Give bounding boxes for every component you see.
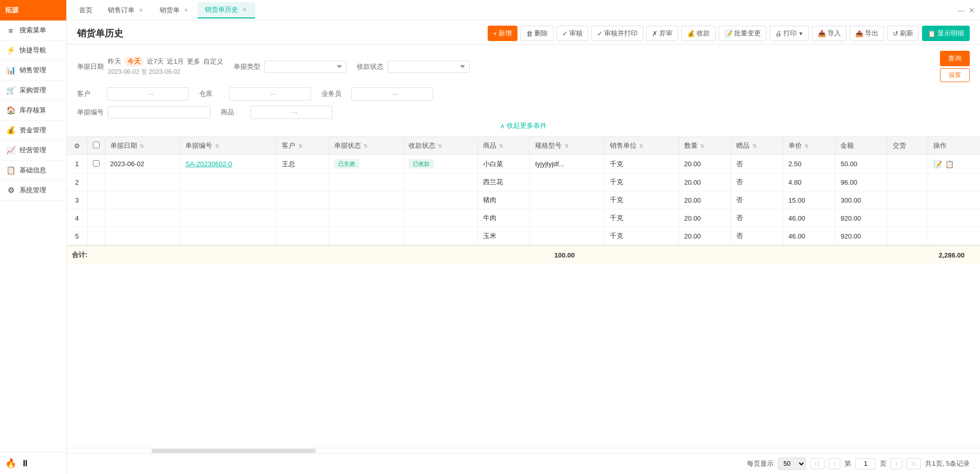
print-button[interactable]: 🖨 打印 ▼	[770, 26, 809, 41]
sidebar-item-search-menu[interactable]: ≡ 搜索菜单	[0, 21, 66, 41]
refresh-button[interactable]: ↺ 刷新	[887, 26, 919, 41]
date-shortcut-today[interactable]: 今天	[124, 56, 144, 67]
abandon-button[interactable]: ✗ 弃审	[646, 26, 678, 41]
cell-doc-no	[180, 227, 277, 245]
col-unit[interactable]: 销售单位 ⇅	[604, 137, 679, 155]
cell-action	[928, 173, 981, 191]
tab-sales-history-close[interactable]: ×	[241, 6, 248, 14]
sidebar-item-inventory-calc[interactable]: 🏠 库存核算	[0, 101, 66, 121]
per-page-select[interactable]: 50 20 100	[778, 458, 806, 470]
pay-status-sort-icon: ⇅	[438, 143, 442, 149]
row-checkbox[interactable]	[93, 160, 100, 167]
col-checkbox[interactable]	[87, 137, 105, 155]
tab-home[interactable]: 首页	[72, 3, 100, 18]
sidebar-item-label: 系统管理	[20, 186, 46, 195]
first-page-button[interactable]: ⟨⟨	[810, 458, 824, 469]
tab-sales-goods-close[interactable]: ×	[183, 6, 189, 14]
cell-checkbox[interactable]	[87, 209, 105, 227]
col-spec[interactable]: 规格型号 ⇅	[530, 137, 604, 155]
filter-salesman: 业务员 ···	[321, 87, 433, 101]
doc-date-sort-icon: ⇅	[140, 143, 144, 149]
filter-pay-status-select[interactable]	[388, 61, 470, 73]
cell-checkbox[interactable]	[87, 191, 105, 209]
col-doc-no[interactable]: 单据编号 ⇅	[180, 137, 277, 155]
filter-salesman-input[interactable]: ···	[351, 87, 433, 101]
tab-sales-goods[interactable]: 销货单 ×	[152, 3, 197, 18]
page-number-input[interactable]	[855, 458, 876, 469]
review-print-button[interactable]: ✓ 审核并打印	[591, 26, 643, 41]
sidebar-item-base-info[interactable]: 📋 基础信息	[0, 161, 66, 181]
col-settings[interactable]: ⚙	[67, 137, 87, 155]
window-close-icon[interactable]: ✕	[969, 6, 975, 14]
sidebar-item-quick-nav[interactable]: ⚡ 快捷导航	[0, 41, 66, 61]
edit-icon[interactable]: 📝	[933, 160, 942, 168]
filter-goods: 商品 ···	[221, 106, 333, 119]
import-button[interactable]: 📥 导入	[812, 26, 847, 41]
window-minimize-icon[interactable]: —	[957, 6, 965, 14]
col-goods[interactable]: 商品 ⇅	[477, 137, 530, 155]
sidebar-item-purchase-mgmt[interactable]: 🛒 采购管理	[0, 81, 66, 101]
filter-customer-input[interactable]: ···	[107, 87, 189, 101]
date-shortcut-custom[interactable]: 自定义	[203, 57, 223, 66]
cell-pay-status	[403, 209, 477, 227]
cell-qty: 20.00	[679, 155, 731, 173]
export-button[interactable]: 📤 导出	[850, 26, 884, 41]
sidebar-item-ops-mgmt[interactable]: 📈 经营管理	[0, 141, 66, 161]
horizontal-scrollbar[interactable]	[67, 448, 980, 453]
setting-button[interactable]: 设置	[940, 68, 970, 82]
collect-button[interactable]: 💰 收款	[681, 26, 716, 41]
filter-warehouse-input[interactable]: ···	[229, 87, 311, 101]
batch-change-button[interactable]: 📝 批量变更	[719, 26, 766, 41]
sidebar-item-finance-mgmt[interactable]: 💰 资金管理	[0, 121, 66, 141]
date-shortcut-yesterday[interactable]: 昨天	[108, 57, 121, 66]
cell-qty: 20.00	[679, 209, 731, 227]
col-doc-status[interactable]: 单据状态 ⇅	[329, 137, 403, 155]
col-customer[interactable]: 客户 ⇅	[276, 137, 329, 155]
inventory-calc-icon: 🏠	[6, 106, 15, 115]
col-gift[interactable]: 赠品 ⇅	[731, 137, 783, 155]
cell-checkbox[interactable]	[87, 155, 105, 173]
fire-icon[interactable]: 🔥	[5, 458, 16, 469]
pagination-area: 每页显示 50 20 100 ⟨⟨ ⟨ 第 页 ⟩ ⟩⟩ 共1页, 5条记录	[67, 453, 980, 474]
col-qty[interactable]: 数量 ⇅	[679, 137, 731, 155]
filter-type-label: 单据类型	[234, 62, 260, 71]
col-doc-date[interactable]: 单据日期 ⇅	[105, 137, 180, 155]
query-setting-group: 查询 设置	[940, 51, 970, 82]
next-page-button[interactable]: ⟩	[891, 458, 902, 469]
table-row: 12023-06-02SA-20230602-0王总已生效已收款小白菜tyjyj…	[67, 155, 980, 173]
cell-checkbox[interactable]	[87, 227, 105, 245]
review-button[interactable]: ✓ 审核	[556, 26, 588, 41]
filter-doc-no-input[interactable]	[108, 106, 210, 118]
date-shortcut-more[interactable]: 更多	[187, 57, 200, 66]
cell-checkbox[interactable]	[87, 173, 105, 191]
sidebar-item-sales-mgmt[interactable]: 📊 销售管理	[0, 61, 66, 81]
query-button[interactable]: 查询	[940, 51, 970, 66]
sidebar-item-sys-mgmt[interactable]: ⚙ 系统管理	[0, 181, 66, 201]
delete-button[interactable]: 🗑 删除	[521, 26, 553, 41]
tab-sales-order-close[interactable]: ×	[138, 6, 144, 14]
sidebar-item-label: 搜索菜单	[20, 26, 46, 35]
filter-goods-input[interactable]: ···	[251, 106, 333, 119]
prev-page-button[interactable]: ⟨	[829, 458, 840, 469]
collapse-button[interactable]: ∧ 收起更多条件	[500, 121, 547, 130]
show-detail-icon: 📋	[928, 30, 936, 37]
tab-sales-history[interactable]: 销货单历史 ×	[198, 2, 255, 18]
filter-warehouse: 仓库 ···	[199, 87, 311, 101]
tab-sales-order[interactable]: 销售订单 ×	[101, 3, 151, 18]
filter-customer: 客户 ···	[77, 87, 189, 101]
show-detail-button[interactable]: 📋 显示明细	[922, 26, 970, 41]
copy-icon[interactable]: 📋	[945, 160, 954, 168]
date-shortcut-1month[interactable]: 近1月	[167, 57, 184, 66]
print-chevron-icon: ▼	[798, 31, 803, 36]
col-price[interactable]: 单价 ⇅	[783, 137, 835, 155]
select-all-checkbox[interactable]	[93, 142, 100, 148]
cell-doc-no[interactable]: SA-20230602-0	[180, 155, 277, 173]
cell-row-num: 5	[67, 227, 87, 245]
filter-type-select[interactable]	[264, 61, 347, 73]
add-button[interactable]: + 新增	[488, 26, 518, 41]
col-pay-status[interactable]: 收款状态 ⇅	[403, 137, 477, 155]
date-shortcut-7days[interactable]: 近7天	[147, 57, 164, 66]
last-page-button[interactable]: ⟩⟩	[907, 458, 921, 469]
cell-doc-date	[105, 209, 180, 227]
pause-icon[interactable]: ⏸	[21, 458, 30, 469]
